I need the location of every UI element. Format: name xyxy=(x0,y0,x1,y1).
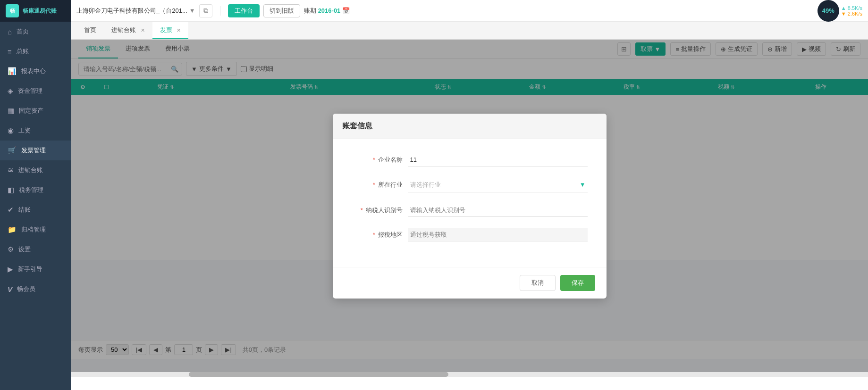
purchase-mgr-icon: ≋ xyxy=(8,166,14,174)
sidebar-item-label: 进销台账 xyxy=(18,166,43,174)
period-value: 2016-01 xyxy=(318,7,341,14)
industry-select[interactable]: 请选择行业 ▼ xyxy=(408,178,588,192)
industry-label: * 所在行业 xyxy=(352,181,408,189)
sidebar-item-assets[interactable]: ▦ 固定资产 xyxy=(0,101,71,121)
sidebar-item-tax-mgr[interactable]: ◧ 税务管理 xyxy=(0,180,71,200)
tax-id-label: * 纳税人识别号 xyxy=(352,206,408,215)
fund-icon: ◈ xyxy=(8,87,13,95)
sidebar-item-label: 结账 xyxy=(18,206,31,214)
company-dropdown-icon: ▼ xyxy=(189,7,195,14)
save-button[interactable]: 保存 xyxy=(560,275,595,291)
tax-region-input xyxy=(408,228,588,241)
content-area: 销项发票 进项发票 费用小票 ⊞ 取票 ▼ ≡ xyxy=(71,40,868,372)
close-purchase-tab[interactable]: ✕ xyxy=(141,27,145,33)
sidebar-item-archive[interactable]: 📁 归档管理 xyxy=(0,220,71,240)
tab-invoice[interactable]: 发票 ✕ xyxy=(152,22,189,39)
topbar-separator xyxy=(220,6,220,16)
period-display: 账期 2016-01 📅 xyxy=(304,7,350,15)
sidebar: 畅 畅康通易代账 ⌂ 首页 ≡ 总账 📊 报表中心 ◈ 资金管理 ▦ 固定资产 … xyxy=(0,0,71,390)
tax-region-label: * 报税地区 xyxy=(352,231,408,239)
tax-mgr-icon: ◧ xyxy=(8,186,14,194)
speed-widget: 49% ▲ 8.5K/s ▼ 2.6K/s xyxy=(817,0,862,22)
invoice-mgr-icon: 🛒 xyxy=(8,146,17,155)
logo-text: 畅康通易代账 xyxy=(23,7,57,15)
sidebar-item-settle[interactable]: ✔ 结账 xyxy=(0,200,71,220)
company-name-input[interactable] xyxy=(408,153,588,166)
form-row-tax-id: * 纳税人识别号 xyxy=(352,204,588,217)
account-info-modal: 账套信息 * 企业名称 xyxy=(333,114,607,299)
sidebar-item-label: 发票管理 xyxy=(21,146,46,155)
member-icon: V xyxy=(8,285,12,293)
company-name-label: * 企业名称 xyxy=(352,156,408,164)
settings-icon: ⚙ xyxy=(8,245,14,254)
scrollbar-track xyxy=(71,372,868,377)
bottom-bar xyxy=(71,377,868,390)
sidebar-item-settings[interactable]: ⚙ 设置 xyxy=(0,240,71,259)
sidebar-item-label: 首页 xyxy=(17,27,29,36)
select-dropdown-icon: ▼ xyxy=(580,181,586,188)
ledger-icon: ≡ xyxy=(8,48,12,56)
period-label: 账期 xyxy=(304,7,316,15)
sidebar-item-member[interactable]: V 畅会员 xyxy=(0,279,71,299)
sidebar-item-report[interactable]: 📊 报表中心 xyxy=(0,61,71,81)
speed-details: ▲ 8.5K/s ▼ 2.6K/s xyxy=(841,5,862,17)
main-area: 上海卯金刀电子科技有限公司_（台201... ▼ ⧉ 工作台 切到旧版 账期 2… xyxy=(71,0,868,390)
sidebar-item-purchase-mgr[interactable]: ≋ 进销台账 xyxy=(0,160,71,180)
tab-purchase[interactable]: 进销台账 ✕ xyxy=(104,22,152,39)
scrollbar-thumb[interactable] xyxy=(189,372,448,377)
sidebar-item-label: 固定资产 xyxy=(19,107,43,115)
sidebar-item-label: 工资 xyxy=(18,126,31,135)
archive-icon: 📁 xyxy=(8,225,17,234)
form-row-company-name: * 企业名称 xyxy=(352,153,588,166)
tax-id-input[interactable] xyxy=(408,204,588,217)
sidebar-item-salary[interactable]: ◉ 工资 xyxy=(0,121,71,141)
sidebar-item-label: 归档管理 xyxy=(21,225,46,234)
assets-icon: ▦ xyxy=(8,107,14,115)
tab-home[interactable]: 首页 xyxy=(76,22,104,39)
sidebar-item-invoice-mgr[interactable]: 🛒 发票管理 xyxy=(0,141,71,160)
form-row-tax-region: * 报税地区 xyxy=(352,228,588,241)
speed-circle: 49% xyxy=(817,0,839,22)
sidebar-item-fund[interactable]: ◈ 资金管理 xyxy=(0,81,71,101)
speed-up: ▲ 8.5K/s xyxy=(841,5,862,11)
workstation-button[interactable]: 工作台 xyxy=(228,4,260,17)
guide-icon: ▶ xyxy=(8,265,13,274)
modal-overlay: 账套信息 * 企业名称 xyxy=(71,40,868,372)
sidebar-item-label: 设置 xyxy=(18,245,31,254)
sidebar-item-home[interactable]: ⌂ 首页 xyxy=(0,22,71,41)
report-icon: 📊 xyxy=(8,67,17,75)
sidebar-item-label: 税务管理 xyxy=(19,186,43,194)
salary-icon: ◉ xyxy=(8,126,14,135)
modal-body: * 企业名称 * 所在行业 请选择行业 xyxy=(333,139,607,267)
company-selector[interactable]: 上海卯金刀电子科技有限公司_（台201... ▼ xyxy=(76,7,195,15)
company-action-btn[interactable]: ⧉ xyxy=(199,4,212,17)
home-icon: ⌂ xyxy=(8,28,12,36)
sidebar-item-ledger[interactable]: ≡ 总账 xyxy=(0,41,71,61)
copy-icon: ⧉ xyxy=(203,7,208,15)
close-invoice-tab[interactable]: ✕ xyxy=(177,27,181,33)
form-row-industry: * 所在行业 请选择行业 ▼ xyxy=(352,178,588,192)
sidebar-item-label: 新手引导 xyxy=(18,265,42,274)
calendar-icon[interactable]: 📅 xyxy=(342,7,350,14)
switch-old-button[interactable]: 切到旧版 xyxy=(263,4,300,17)
sidebar-logo: 畅 畅康通易代账 xyxy=(0,0,71,22)
speed-down: ▼ 2.6K/s xyxy=(841,11,862,17)
sidebar-item-label: 报表中心 xyxy=(21,67,46,75)
sidebar-item-label: 总账 xyxy=(17,47,29,56)
sidebar-item-label: 资金管理 xyxy=(18,87,42,95)
topbar: 上海卯金刀电子科技有限公司_（台201... ▼ ⧉ 工作台 切到旧版 账期 2… xyxy=(71,0,868,22)
sidebar-item-guide[interactable]: ▶ 新手引导 xyxy=(0,259,71,279)
settle-icon: ✔ xyxy=(8,206,14,214)
tabs-bar: 首页 进销台账 ✕ 发票 ✕ xyxy=(71,22,868,40)
modal-footer: 取消 保存 xyxy=(333,267,607,299)
topbar-right: 49% ▲ 8.5K/s ▼ 2.6K/s xyxy=(817,0,862,22)
company-name: 上海卯金刀电子科技有限公司_（台201... xyxy=(76,7,187,15)
modal-header: 账套信息 xyxy=(333,114,607,139)
sidebar-item-label: 畅会员 xyxy=(17,285,35,293)
logo-icon: 畅 xyxy=(6,4,19,17)
cancel-button[interactable]: 取消 xyxy=(520,275,556,291)
